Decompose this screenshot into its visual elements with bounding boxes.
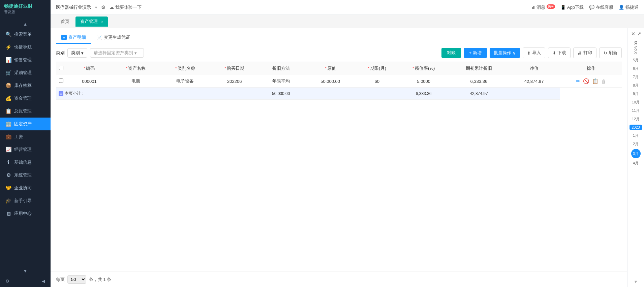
- row-checkbox-cell[interactable]: [56, 75, 66, 88]
- col-header-value: *原值: [304, 62, 357, 75]
- sidebar-item-fixed-assets[interactable]: 🏢 固定资产: [0, 118, 51, 130]
- import-icon: ⬆: [527, 51, 531, 56]
- month-2[interactable]: 2月: [627, 140, 644, 148]
- month-11[interactable]: 11月: [627, 106, 644, 115]
- topbar: 医疗器械行业演示 ▾ ⚙ ☁ 我要体验一下 🖥 消息 99+ 📱 App下载 💬…: [51, 0, 644, 15]
- user-menu[interactable]: 👤 畅捷通: [619, 4, 639, 10]
- cell-method: 年限平均: [258, 75, 304, 88]
- guide-icon: 🎓: [5, 198, 11, 204]
- content-area: ≡ 资产明细 📄 变更生成凭证 类别 类别 ▾ 请选择固定资产类别 ▾: [51, 28, 644, 287]
- print-btn[interactable]: 🖨 打印: [573, 47, 596, 58]
- user-name: 畅捷通: [625, 4, 639, 10]
- tab-assets[interactable]: 资产管理 ×: [75, 17, 108, 27]
- sidebar-item-label: 销售管理: [14, 57, 32, 63]
- app-download-btn[interactable]: 📱 App下载: [560, 4, 584, 10]
- subtotal-net: 42,874.97: [450, 88, 508, 100]
- sidebar-item-basic-info[interactable]: ℹ 基础信息: [0, 156, 51, 169]
- company-chevron-icon[interactable]: ▾: [95, 5, 97, 10]
- sidebar-item-operations[interactable]: 📈 经营管理: [0, 143, 51, 156]
- edit-btn[interactable]: ✏: [576, 78, 580, 84]
- topbar-gear-icon[interactable]: ⚙: [101, 4, 105, 10]
- tab-close-icon[interactable]: ×: [101, 20, 103, 24]
- table-wrap: *编码 *资产名称 *类别名称 *购买日期: [51, 62, 627, 272]
- sidebar-item-enterprise[interactable]: 🤝 企业协同: [0, 182, 51, 194]
- online-service-btn[interactable]: 💬 在线客服: [589, 4, 613, 10]
- month-9[interactable]: 9月: [627, 90, 644, 98]
- sidebar-item-inventory[interactable]: 📦 库存核算: [0, 79, 51, 92]
- sidebar-item-label: 新手引导: [14, 198, 32, 204]
- month-8[interactable]: 8月: [627, 81, 644, 90]
- enterprise-icon: 🤝: [5, 185, 11, 191]
- year-tag-2023[interactable]: 2023: [630, 125, 642, 130]
- row-checkbox[interactable]: [59, 78, 63, 83]
- sidebar-item-system[interactable]: ⚙ 系统管理: [0, 169, 51, 182]
- sidebar-scroll-up[interactable]: ▲: [0, 20, 51, 28]
- app-name: 畅捷通好业财: [4, 3, 47, 9]
- col-header-type: *类别名称: [159, 62, 211, 75]
- sidebar-scroll-down[interactable]: ▼: [0, 267, 51, 275]
- delete-btn[interactable]: 🗑: [601, 78, 606, 84]
- sidebar-item-payroll[interactable]: 💼 工资: [0, 130, 51, 143]
- sidebar-item-guide[interactable]: 🎓 新手引导: [0, 194, 51, 207]
- sidebar-item-funds[interactable]: 💰 资金管理: [0, 92, 51, 105]
- experience-btn[interactable]: ☁ 我要体验一下: [110, 4, 142, 10]
- year-period-label: 2023.03: [633, 39, 639, 56]
- sidebar-item-label: 搜索菜单: [14, 31, 32, 37]
- copy-btn[interactable]: 📋: [592, 78, 599, 84]
- category-type-chevron-icon: ▾: [134, 51, 137, 56]
- disable-btn[interactable]: 🚫: [583, 78, 589, 84]
- category-type-dropdown[interactable]: 请选择固定资产类别 ▾: [90, 48, 144, 58]
- sidebar-item-appstore[interactable]: 🖥 应用中心: [0, 207, 51, 220]
- month-7[interactable]: 7月: [627, 73, 644, 81]
- col-select-all[interactable]: [56, 62, 66, 75]
- collapse-right-btn[interactable]: ▼: [631, 277, 641, 287]
- quicknav-icon: ⚡: [5, 44, 11, 50]
- sub-tab-detail[interactable]: ≡ 资产明细: [56, 32, 91, 44]
- download-icon: ⬇: [552, 51, 556, 56]
- right-panel-expand-btn[interactable]: ⤢: [637, 31, 641, 36]
- month-10[interactable]: 10月: [627, 98, 644, 106]
- month-3-current[interactable]: 3月: [631, 149, 641, 158]
- sidebar-item-search[interactable]: 🔍 搜索菜单: [0, 28, 51, 41]
- batch-chevron-icon: ∨: [513, 51, 516, 56]
- collapse-btn[interactable]: ◀: [42, 279, 45, 284]
- category-dropdown[interactable]: 类别 ▾: [67, 48, 87, 58]
- batch-btn[interactable]: 批量操作 ∨: [490, 48, 520, 58]
- company-name: 医疗器械行业演示: [56, 4, 91, 10]
- sidebar-item-purchase[interactable]: 🛒 采购管理: [0, 66, 51, 79]
- print-label: 打印: [583, 50, 592, 56]
- inventory-icon: 📦: [5, 83, 11, 89]
- subtotal-actions: [508, 88, 560, 100]
- new-btn[interactable]: + 新增: [464, 48, 487, 58]
- notifications-label: 消息: [536, 4, 545, 10]
- month-12[interactable]: 12月: [627, 115, 644, 123]
- tab-home[interactable]: 首页: [56, 17, 74, 27]
- sub-tab-voucher[interactable]: 📄 变更生成凭证: [91, 32, 135, 44]
- cell-accumulated: 6,333.36: [450, 75, 508, 88]
- sidebar-item-sales[interactable]: 📊 销售管理: [0, 54, 51, 66]
- sidebar-item-ledger[interactable]: 📋 总账管理: [0, 105, 51, 118]
- month-1[interactable]: 1月: [627, 131, 644, 140]
- sidebar-footer: ⚙ ◀: [0, 275, 51, 287]
- select-all-checkbox[interactable]: [59, 66, 63, 70]
- action-buttons: ✏ 🚫 📋 🗑: [563, 78, 619, 84]
- notification-icon: 🖥: [531, 5, 535, 10]
- download-btn[interactable]: ⬇ 下载: [548, 47, 571, 58]
- subtotal-label-cell: ▤ 本页小计：: [56, 88, 258, 100]
- month-4[interactable]: 4月: [627, 159, 644, 167]
- refresh-btn[interactable]: ↻ 刷新: [599, 47, 622, 58]
- right-panel-close-btn[interactable]: ✕: [631, 31, 635, 36]
- month-5[interactable]: 5月: [627, 56, 644, 64]
- sidebar-item-quicknav[interactable]: ⚡ 快捷导航: [0, 41, 51, 54]
- import-btn[interactable]: ⬆ 导入: [523, 47, 545, 58]
- per-page-select[interactable]: 50 100 200: [67, 275, 86, 284]
- settings-btn[interactable]: ⚙: [5, 279, 9, 284]
- tab-assets-label: 资产管理: [80, 19, 98, 24]
- voucher-tab-icon: 📄: [97, 35, 102, 40]
- table-row: 000001 电脑 电子设备 202206 年限平均 50,000.00 60 …: [56, 75, 622, 88]
- notifications-btn[interactable]: 🖥 消息 99+: [531, 4, 555, 10]
- subtotal-rate: [357, 88, 398, 100]
- reconcile-btn[interactable]: 对账: [441, 48, 461, 58]
- month-6[interactable]: 6月: [627, 64, 644, 73]
- sidebar-item-label: 总账管理: [14, 108, 32, 114]
